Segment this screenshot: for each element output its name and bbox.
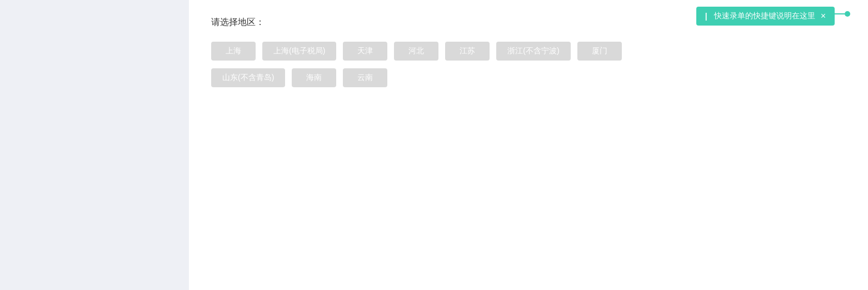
region-button[interactable]: 上海(电子税局)	[262, 42, 336, 61]
region-button[interactable]: 江苏	[445, 42, 490, 61]
region-button[interactable]: 上海	[211, 42, 256, 61]
left-panel	[0, 0, 189, 290]
region-button[interactable]: 河北	[394, 42, 438, 61]
tooltip-banner: 快速录单的快捷键说明在这里 ×	[696, 7, 835, 26]
tooltip-close-button[interactable]: ×	[821, 12, 826, 21]
region-button[interactable]: 厦门	[577, 42, 622, 61]
region-button[interactable]: 山东(不含青岛)	[211, 68, 285, 87]
main-content: 请选择地区： 上海上海(电子税局)天津河北江苏浙江(不含宁波)厦门 山东(不含青…	[189, 0, 868, 290]
tooltip-connector-dot	[845, 11, 850, 17]
region-button[interactable]: 天津	[343, 42, 387, 61]
region-button[interactable]: 海南	[292, 68, 336, 87]
region-button[interactable]: 浙江(不含宁波)	[496, 42, 570, 61]
region-row-2: 山东(不含青岛)海南云南	[211, 68, 846, 87]
region-button[interactable]: 云南	[343, 68, 387, 87]
region-row-1: 上海上海(电子税局)天津河北江苏浙江(不含宁波)厦门	[211, 42, 846, 61]
tooltip-connector-line	[835, 13, 845, 14]
tooltip-text: 快速录单的快捷键说明在这里	[714, 11, 815, 21]
